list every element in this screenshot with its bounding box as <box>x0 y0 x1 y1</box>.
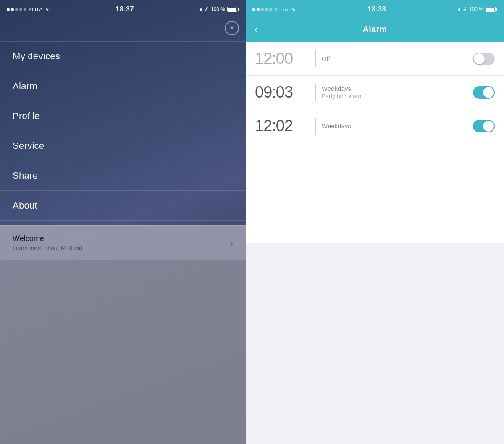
welcome-text-block: Welcome Learn more about Mi Band <box>13 234 82 251</box>
nav-label-about: About <box>13 200 37 211</box>
nav-menu: My devices Alarm Profile Service Share A… <box>0 37 246 225</box>
status-bar-right: YOTA ∿ 18:38 ● ✗ 100 % <box>246 0 504 18</box>
status-bar-left: YOTA ∿ 18:37 ● ✗ 100 % <box>0 0 246 18</box>
right-signal-dot-4 <box>265 8 268 11</box>
toggle-container-0 <box>473 53 495 65</box>
battery-icon <box>227 7 239 12</box>
nav-item-my-devices[interactable]: My devices <box>0 41 246 71</box>
carrier-name: YOTA <box>28 6 42 13</box>
alarm-toggle-1[interactable] <box>473 86 495 99</box>
nav-label-share: Share <box>13 170 38 181</box>
nav-item-share[interactable]: Share <box>0 161 246 191</box>
welcome-subtitle: Learn more about Mi Band <box>13 245 82 251</box>
alarm-time-block-2: 12:02 <box>255 117 310 135</box>
nav-item-about[interactable]: About <box>0 191 246 221</box>
alarm-item-1[interactable]: 09:03 Weekdays Early bird alarm <box>246 76 504 109</box>
signal-dot-3 <box>15 8 18 11</box>
close-button-area: × <box>0 18 246 37</box>
signal-dot-4 <box>19 8 22 11</box>
alarm-empty-area <box>246 243 504 444</box>
alarm-details-1: Weekdays Early bird alarm <box>322 85 473 100</box>
right-panel: YOTA ∿ 18:38 ● ✗ 100 % ‹ Alarm 12:00 <box>246 0 504 444</box>
right-signal-dot-2 <box>257 8 260 11</box>
right-bluetooth-icon: ✗ <box>463 6 467 12</box>
back-button[interactable]: ‹ <box>254 23 261 35</box>
left-status-right: ● ✗ 100 % <box>200 6 239 12</box>
welcome-section[interactable]: Welcome Learn more about Mi Band › <box>0 225 246 260</box>
right-signal-dot-1 <box>252 8 255 11</box>
alarm-divider-1 <box>315 84 316 101</box>
alarm-screen-title: Alarm <box>362 24 387 34</box>
battery-body <box>227 7 237 12</box>
right-wifi-icon: ∿ <box>291 6 296 13</box>
left-status-time: 18:37 <box>116 5 134 13</box>
wifi-icon: ∿ <box>45 6 50 13</box>
right-carrier-group: YOTA ∿ <box>252 6 296 13</box>
battery-tip <box>238 8 239 11</box>
right-signal-dot-5 <box>269 8 272 11</box>
welcome-title: Welcome <box>13 234 82 243</box>
right-status-right: ● ✗ 100 % <box>458 6 497 12</box>
chevron-right-icon: › <box>230 238 233 248</box>
nav-label-my-devices: My devices <box>13 51 60 61</box>
right-battery-tip <box>496 8 497 11</box>
alarm-label-1: Early bird alarm <box>322 93 473 100</box>
nav-label-profile: Profile <box>13 111 39 121</box>
battery-percent: 100 % <box>211 6 225 12</box>
nav-item-alarm[interactable]: Alarm <box>0 71 246 101</box>
right-lock-icon: ● <box>458 6 461 12</box>
right-signal-dots <box>252 8 272 11</box>
lock-icon: ● <box>200 6 202 12</box>
alarm-toggle-2[interactable] <box>473 120 495 132</box>
alarm-details-0: Off <box>322 55 473 62</box>
nav-item-profile[interactable]: Profile <box>0 101 246 131</box>
bluetooth-icon: ✗ <box>205 6 209 12</box>
alarm-item-0[interactable]: 12:00 Off <box>246 42 504 76</box>
alarm-time-1: 09:03 <box>255 83 293 101</box>
nav-label-service: Service <box>13 140 44 151</box>
alarm-repeat-1: Weekdays <box>322 85 473 92</box>
battery-fill <box>228 8 236 11</box>
right-signal-dot-3 <box>261 8 264 11</box>
alarm-time-0: 12:00 <box>255 50 293 68</box>
alarm-toggle-0[interactable] <box>473 53 495 65</box>
alarm-header: ‹ Alarm <box>246 18 504 42</box>
alarm-time-block-1: 09:03 <box>255 83 310 101</box>
nav-label-alarm: Alarm <box>13 81 37 91</box>
bottom-divider <box>0 285 246 285</box>
signal-dot-1 <box>7 8 10 11</box>
right-battery-percent: 100 % <box>469 6 483 12</box>
signal-dots <box>7 8 26 11</box>
close-button[interactable]: × <box>225 21 239 35</box>
toggle-container-1 <box>473 86 495 99</box>
alarm-repeat-0: Off <box>322 55 473 62</box>
alarm-divider-2 <box>315 118 316 135</box>
alarm-time-block-0: 12:00 <box>255 50 310 68</box>
alarm-details-2: Weekdays <box>322 122 473 130</box>
signal-dot-2 <box>11 8 14 11</box>
toggle-knob-0 <box>474 53 485 64</box>
signal-dot-5 <box>24 8 26 11</box>
right-battery-fill <box>486 8 494 11</box>
right-carrier-name: YOTA <box>274 6 288 13</box>
alarm-time-2: 12:02 <box>255 117 293 135</box>
left-bottom-area <box>0 260 246 444</box>
toggle-container-2 <box>473 120 495 132</box>
close-icon: × <box>230 24 234 32</box>
toggle-knob-2 <box>483 121 494 132</box>
toggle-knob-1 <box>483 87 494 98</box>
left-panel: YOTA ∿ 18:37 ● ✗ 100 % × My devices Alar… <box>0 0 246 444</box>
right-status-time: 18:38 <box>368 5 386 13</box>
alarm-repeat-2: Weekdays <box>322 122 473 130</box>
right-battery-icon <box>486 7 497 12</box>
alarm-item-2[interactable]: 12:02 Weekdays <box>246 109 504 143</box>
carrier-signal-group: YOTA ∿ <box>7 6 50 13</box>
alarm-list: 12:00 Off 09:03 Weekdays Early bird alar… <box>246 42 504 243</box>
alarm-divider-0 <box>315 50 316 67</box>
nav-item-service[interactable]: Service <box>0 131 246 161</box>
right-battery-body <box>486 7 496 12</box>
